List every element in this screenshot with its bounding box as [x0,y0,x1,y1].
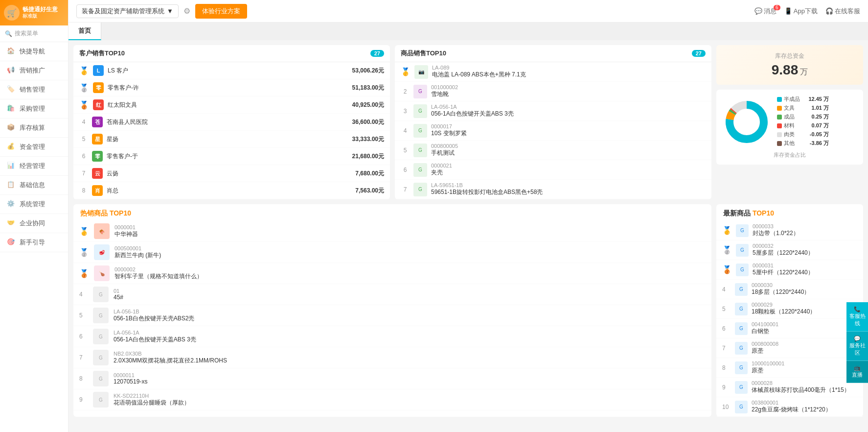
newest-code-5: 0000029 [752,302,816,308]
hot-img-5: G [93,308,109,323]
newest-name-8: 原垄 [752,366,784,375]
p-code-4: 0000017 [431,123,467,129]
float-btn-community[interactable]: 💬 服务社区 [846,332,868,361]
hot-item-7: 7 G NB2.0X30B 2.0X30MM双摆花轴,摆花直径2.1MM/ROH… [73,347,711,368]
service-link[interactable]: 🎧 在线客服 [825,7,860,16]
product-badge: 27 [692,50,706,57]
newest-rank-6: 6 [722,325,731,332]
legend-roulei: 肉类 -0.05 万 [777,131,829,138]
hot-item-4: 4 G 01 45# [73,284,711,305]
inventory-unit: 万 [800,67,808,77]
topbar-right: 💬 消息 6 📱 App下载 🎧 在线客服 [754,7,860,16]
gear-icon[interactable]: ⚙ [183,6,190,16]
customer-value-5: 33,333.00元 [352,135,384,144]
system-selector[interactable]: 装备及固定资产辅助管理系统 ▼ [76,4,179,18]
hot-name-8: 12070519-xs [114,378,147,385]
headset-icon: 🎧 [825,7,833,15]
system-icon: ⚙️ [7,200,16,209]
service-label: 在线客服 [835,7,860,16]
sidebar-item-guide[interactable]: 🎯 新手引导 [0,233,68,252]
newest-code-2: 0000032 [753,243,814,249]
customer-title: 客户销售TOP10 [79,49,125,58]
sidebar-logo: 🛒 畅捷通好生意 标准版 [0,0,68,25]
trial-button[interactable]: 体验行业方案 [195,4,247,19]
customer-value-8: 7,563.00元 [355,187,384,195]
community-icon: 💬 [854,336,861,341]
newest-top-label: TOP10 [753,209,774,217]
hot-img-3: 🍗 [94,265,110,281]
customer-name-6: 零售客户-于 [107,152,348,161]
p-name-1: 电池盖 LA-089 ABS本色+黑种 7.1克 [432,71,526,79]
sidebar-item-basic[interactable]: 📋 基础信息 [0,176,68,195]
nav-label-quick-nav: 快捷导航 [20,47,45,56]
p-num-7: 7 [401,186,410,193]
hot-rank-4: 4 [79,291,88,298]
customer-value-6: 21,680.00元 [352,152,384,161]
hot-rank-7: 7 [79,354,88,361]
sidebar-item-inventory[interactable]: 📦 库存核算 [0,119,68,138]
float-btn-service[interactable]: 📞 客服热线 [846,302,868,332]
hot-img-2: 🥩 [94,244,110,260]
customer-name-1: LS 客户 [108,67,348,75]
newest-header: 最新商品 TOP10 [716,204,863,221]
customer-value-1: 53,006.26元 [352,67,384,75]
bottom-row: 热销商品 TOP10 🥇 🍖 0000001 中华神器 🥈 🥩 [73,204,863,417]
legend-banchenpin: 半成品 12.45 万 [777,96,829,103]
donut-chart [722,97,771,146]
hot-img-4: G [93,287,109,302]
legend-val-wenju: 1.01 万 [802,104,829,112]
message-badge[interactable]: 💬 消息 6 [754,7,777,16]
customer-name-7: 云扬 [107,169,351,178]
customer-name-2: 零售客户-许 [108,84,348,92]
legend-color-cailiao [777,123,782,128]
customer-name-4: 苍南县人民医院 [107,118,348,126]
search-menu-label: 搜索菜单 [15,29,38,38]
badge-3: 红 [93,99,104,110]
sidebar-item-sales[interactable]: 🏷️ 销售管理 [0,80,68,99]
p-num-6: 6 [401,167,410,173]
hot-name-7: 2.0X30MM双摆花轴,摆花直径2.1MM/ROHS [114,357,227,365]
donut-container: 半成品 12.45 万 文具 1.01 万 [722,96,857,148]
sidebar-item-marketing[interactable]: 📢 营销推广 [0,61,68,80]
hot-code-7: NB2.0X30B [114,351,227,357]
message-count: 6 [774,5,780,10]
sidebar-item-finance[interactable]: 💰 资金管理 [0,138,68,157]
app-download[interactable]: 📱 App下载 [784,7,818,16]
newest-code-7: 000800008 [752,341,778,347]
hot-code-4: 01 [114,288,123,294]
hot-code-5: LA-056-1B [114,309,194,314]
hot-img-9: G [93,392,109,408]
float-btn-live[interactable]: 📺 直播 [846,361,868,383]
customer-value-4: 36,600.00元 [352,118,384,126]
sidebar-item-operations[interactable]: 📊 经营管理 [0,157,68,176]
product-top10-card: 商品销售TOP10 27 🥇 📷 LA-089 电池盖 LA-089 ABS本色… [395,45,711,199]
hot-item-9: 9 G KK-SD22110H 花语萌值温分腿睡袋（厚款） [73,389,711,410]
hot-code-9: KK-SD22110H [114,393,190,399]
search-menu[interactable]: 🔍 搜索菜单 [0,25,68,42]
sidebar-item-quick-nav[interactable]: 🏠 快捷导航 [0,42,68,61]
sidebar-item-enterprise[interactable]: 🤝 企业协同 [0,214,68,233]
newest-name-5: 18颗粒板（1220*2440） [752,308,816,316]
content: 客户销售TOP10 27 🥇 L LS 客户 53,006.26元 🥈 零 零售… [69,40,868,432]
marketing-icon: 📢 [7,66,16,75]
legend-color-roulei [777,132,782,137]
nav-label-marketing: 营销推广 [20,66,45,75]
customer-name-3: 红太阳文具 [108,101,348,109]
tab-home[interactable]: 首页 [69,23,101,40]
top-row: 客户销售TOP10 27 🥇 L LS 客户 53,006.26元 🥈 零 零售… [73,45,863,199]
newest-code-9: 0000028 [752,380,850,386]
sidebar-item-system[interactable]: ⚙️ 系统管理 [0,195,68,214]
hot-img-7: G [93,350,109,365]
inventory-value: 9.88 [772,62,799,78]
p-code-2: 001000002 [431,84,458,90]
float-label-community: 服务社区 [848,342,866,357]
newest-code-4: 0000030 [752,282,810,288]
customer-rank-6: 6 零 零售客户-于 21,680.00元 [73,148,390,165]
customer-value-2: 51,183.00元 [352,84,384,92]
sidebar-item-purchase[interactable]: 🛍️ 采购管理 [0,99,68,119]
newest-img-1: G [736,224,749,237]
hot-code-1: 0000001 [114,224,138,230]
newest-code-6: 004100001 [752,321,778,327]
newest-item-4: 4 G 0000030 18多层（1220*2440） [716,280,863,299]
hot-item-5: 5 G LA-056-1B 056-1B白色按键开关壳ABS2壳 [73,305,711,326]
